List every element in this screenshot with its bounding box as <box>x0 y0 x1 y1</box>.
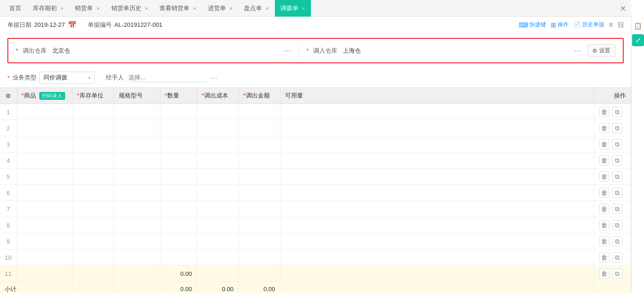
tab-close-sales-history[interactable]: × <box>145 6 148 11</box>
window-close-button[interactable]: ✕ <box>618 4 627 13</box>
cell-product[interactable] <box>17 120 72 136</box>
warehouse-in-value[interactable]: 上海仓 <box>343 47 361 55</box>
cell-unit <box>72 104 114 120</box>
settings-button[interactable]: ⚙ 设置 <box>587 44 615 57</box>
cell-spec <box>114 250 160 266</box>
cell-action: 🗑 ⧉ <box>594 169 631 185</box>
subtotal-spec <box>114 282 160 293</box>
cell-product[interactable] <box>17 169 72 185</box>
tab-close-transfer-order[interactable]: × <box>302 6 305 11</box>
warehouse-in-label: 调入仓库 <box>313 47 337 55</box>
table-row: 10 🗑 ⧉ <box>0 250 631 266</box>
cell-product[interactable] <box>17 153 72 169</box>
cell-available <box>280 169 594 185</box>
operation-button[interactable]: ⊞ 操作 <box>551 21 569 29</box>
sidebar-doc-icon[interactable]: 📋 <box>632 20 644 31</box>
cell-action: 🗑 ⧉ <box>594 217 631 233</box>
row-num: 8 <box>0 217 17 233</box>
delete-icon[interactable]: 🗑 <box>599 123 609 133</box>
handler-field: 经手人 ··· <box>106 73 218 82</box>
tab-close-sales-order[interactable]: × <box>97 6 99 11</box>
table-row: 11 0.00 🗑 ⧉ <box>0 266 631 282</box>
tab-home[interactable]: 首页 <box>4 0 27 17</box>
history-button[interactable]: 📄 历史单据 <box>573 21 604 29</box>
table-row: 2 🗑 ⧉ <box>0 120 631 136</box>
copy-icon[interactable]: ⧉ <box>612 171 622 182</box>
cell-action: 🗑 ⧉ <box>594 136 631 153</box>
handler-label: 经手人 <box>106 73 124 82</box>
tab-close-inventory-check[interactable]: × <box>266 6 268 11</box>
date-field: 单据日期 2019-12-27 📅 <box>7 21 77 29</box>
tab-sales-history[interactable]: 销货单历史× <box>106 0 154 17</box>
copy-icon[interactable]: ⧉ <box>612 269 622 279</box>
cell-spec <box>114 136 160 153</box>
view-switch-1[interactable]: ≡ <box>609 21 613 29</box>
history-label: 历史单据 <box>582 21 604 29</box>
subtotal-qty: 0.00 <box>160 282 197 293</box>
warehouse-out-more[interactable]: ··· <box>284 47 291 55</box>
delete-icon[interactable]: 🗑 <box>599 139 609 149</box>
copy-icon[interactable]: ⧉ <box>612 155 622 165</box>
shortcut-label: 快捷键 <box>529 21 546 29</box>
tab-sales-order[interactable]: 销货单× <box>69 0 105 17</box>
table-row: 3 🗑 ⧉ <box>0 136 631 153</box>
cell-qty <box>160 217 197 233</box>
cell-action: 🗑 ⧉ <box>594 233 631 250</box>
delete-icon[interactable]: 🗑 <box>599 107 609 117</box>
business-type-select[interactable]: 同价调拨 ▾ <box>39 72 95 84</box>
cell-product[interactable] <box>17 217 72 233</box>
delete-icon[interactable]: 🗑 <box>599 155 609 165</box>
handler-input[interactable] <box>127 73 208 82</box>
tab-inventory-init[interactable]: 库存期初× <box>27 0 69 17</box>
copy-icon[interactable]: ⧉ <box>612 252 622 262</box>
cell-product[interactable] <box>17 104 72 120</box>
handler-more[interactable]: ··· <box>211 74 218 81</box>
view-switch-2[interactable]: ⊟ <box>618 20 624 29</box>
calendar-icon[interactable]: 📅 <box>68 21 77 29</box>
data-table: ⚙ *商品 扫码录入 *库存单位 规格型号 *数量 *调出成本 *调出金额 可用… <box>0 88 631 293</box>
operation-label: 操作 <box>558 21 569 29</box>
cell-product[interactable] <box>17 201 72 217</box>
warehouse-in-more[interactable]: ··· <box>574 47 582 55</box>
tab-view-sales[interactable]: 查看销货单× <box>154 0 202 17</box>
copy-icon[interactable]: ⧉ <box>612 204 622 214</box>
sidebar-expand-icon[interactable]: ⤢ <box>632 34 644 46</box>
delete-icon[interactable]: 🗑 <box>599 188 609 198</box>
copy-icon[interactable]: ⧉ <box>612 107 622 117</box>
business-type-required: * <box>7 74 10 81</box>
doc-value: AL-20191227-001 <box>115 21 163 28</box>
copy-icon[interactable]: ⧉ <box>612 236 622 246</box>
tab-close-purchase-order[interactable]: × <box>230 6 232 11</box>
copy-icon[interactable]: ⧉ <box>612 139 622 149</box>
copy-icon[interactable]: ⧉ <box>612 188 622 198</box>
delete-icon[interactable]: 🗑 <box>599 204 609 214</box>
delete-icon[interactable]: 🗑 <box>599 252 609 262</box>
copy-icon[interactable]: ⧉ <box>612 220 622 230</box>
table-gear-icon[interactable]: ⚙ <box>6 92 11 99</box>
tab-close-view-sales[interactable]: × <box>193 6 196 11</box>
tab-purchase-order[interactable]: 进货单× <box>202 0 238 17</box>
shortcut-button[interactable]: ⌨ 快捷键 <box>519 21 546 29</box>
tab-inventory-check[interactable]: 盘点单× <box>238 0 274 17</box>
cell-available <box>280 217 594 233</box>
tab-close-inventory-init[interactable]: × <box>61 6 63 11</box>
warehouse-out-value[interactable]: 北京仓 <box>52 47 70 55</box>
tab-label: 查看销货单 <box>159 4 189 12</box>
delete-icon[interactable]: 🗑 <box>599 220 609 230</box>
warehouse-out-label: 调出仓库 <box>23 47 47 55</box>
row-num: 1 <box>0 104 17 120</box>
cell-product[interactable] <box>17 185 72 201</box>
subtotal-label: 小计 <box>0 282 72 293</box>
cell-product[interactable] <box>17 233 72 250</box>
cell-product[interactable] <box>17 250 72 266</box>
table-row: 8 🗑 ⧉ <box>0 217 631 233</box>
cell-product[interactable] <box>17 136 72 153</box>
delete-icon[interactable]: 🗑 <box>599 269 609 279</box>
delete-icon[interactable]: 🗑 <box>599 236 609 246</box>
delete-icon[interactable]: 🗑 <box>599 171 609 182</box>
cell-qty: 0.00 <box>160 266 197 282</box>
tab-transfer-order[interactable]: 调拨单× <box>275 0 311 17</box>
barcode-entry-button[interactable]: 扫码录入 <box>39 92 65 100</box>
copy-icon[interactable]: ⧉ <box>612 123 622 133</box>
cell-amount <box>238 266 280 282</box>
